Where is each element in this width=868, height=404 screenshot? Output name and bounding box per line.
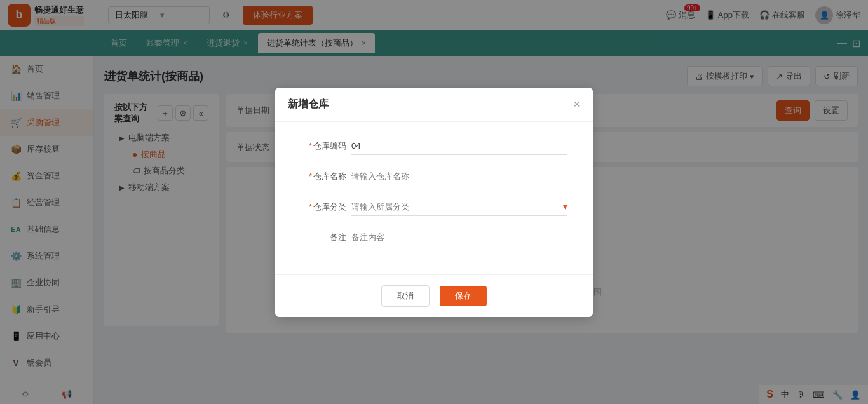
code-label: 仓库编码 <box>301 140 351 152</box>
category-select-wrapper: ▾ <box>351 198 567 216</box>
remark-label: 备注 <box>301 232 351 243</box>
warehouse-remark-input[interactable] <box>351 229 567 246</box>
category-label: 仓库分类 <box>301 201 351 213</box>
warehouse-name-input[interactable] <box>351 168 567 185</box>
chevron-down-icon: ▾ <box>563 201 567 212</box>
add-warehouse-modal: 新增仓库 × 仓库编码 仓库名称 仓库分类 ▾ <box>275 88 593 317</box>
cancel-button[interactable]: 取消 <box>381 285 430 307</box>
modal-title: 新增仓库 <box>288 98 329 111</box>
save-button[interactable]: 保存 <box>440 286 487 306</box>
form-row-code: 仓库编码 <box>301 137 567 155</box>
form-row-remark: 备注 <box>301 229 567 246</box>
modal-header: 新增仓库 × <box>275 88 593 122</box>
modal-footer: 取消 保存 <box>275 274 593 317</box>
form-row-name: 仓库名称 <box>301 168 567 185</box>
modal-close-button[interactable]: × <box>573 98 580 111</box>
form-row-category: 仓库分类 ▾ <box>301 198 567 216</box>
modal-body: 仓库编码 仓库名称 仓库分类 ▾ 备注 <box>275 122 593 274</box>
warehouse-category-input[interactable] <box>351 198 563 215</box>
name-label: 仓库名称 <box>301 171 351 182</box>
overlay: 新增仓库 × 仓库编码 仓库名称 仓库分类 ▾ <box>0 0 868 404</box>
warehouse-code-input[interactable] <box>351 137 567 155</box>
